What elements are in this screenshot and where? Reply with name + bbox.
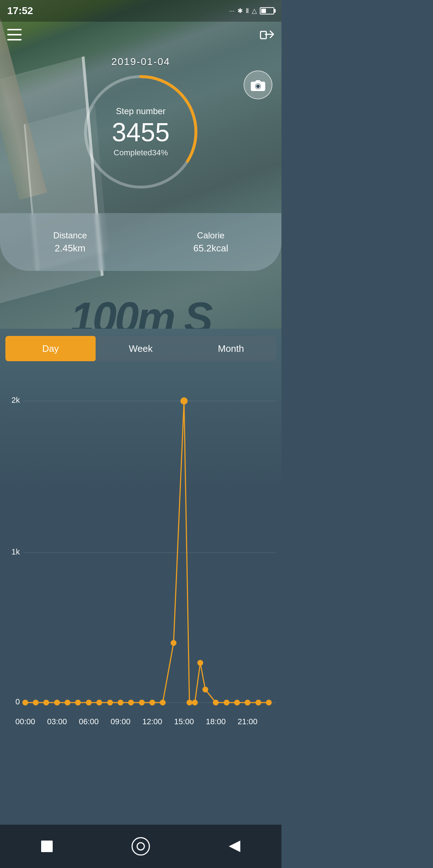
x-label-0900: 09:00 (110, 717, 130, 726)
camera-button[interactable] (244, 70, 272, 99)
battery-icon (260, 7, 274, 14)
dot-1330 (118, 700, 123, 705)
date-label: 2019-01-04 (111, 56, 170, 68)
dot-1500 (149, 700, 155, 705)
svg-rect-1 (7, 34, 22, 35)
dot-0000 (22, 700, 28, 705)
menu-button[interactable] (7, 29, 22, 43)
dot-1400 (128, 700, 134, 705)
status-icons: ··· ✱ Ⅱ △ (229, 7, 274, 15)
back-button[interactable] (222, 834, 247, 859)
step-label: Step number (112, 106, 170, 116)
calorie-stat: Calorie 65.2kcal (193, 230, 228, 254)
bluetooth-icon: ✱ (237, 7, 243, 15)
calorie-value: 65.2kcal (193, 243, 228, 254)
svg-point-13 (137, 843, 144, 850)
dot-1700 (202, 687, 208, 692)
x-label-0000: 00:00 (15, 717, 35, 726)
svg-rect-3 (261, 31, 266, 39)
dot-1800 (213, 700, 219, 705)
x-label-0300: 03:00 (47, 717, 67, 726)
home-button[interactable] (128, 834, 153, 859)
svg-marker-14 (229, 841, 240, 852)
dot-2300 (266, 700, 272, 705)
dot-0900 (86, 700, 92, 705)
bottom-section: Day Week Month 2k 1k 0 00:00 03:00 06:00… (0, 329, 281, 868)
svg-rect-11 (41, 841, 53, 852)
tab-month[interactable]: Month (186, 336, 276, 361)
dots-icon: ··· (229, 7, 235, 15)
svg-rect-0 (7, 29, 22, 30)
stop-button[interactable] (34, 834, 60, 859)
distance-label: Distance (53, 230, 87, 241)
dot-0600 (65, 700, 70, 705)
wifi-icon: △ (252, 7, 257, 15)
x-label-1800: 18:00 (206, 717, 226, 726)
x-label-2100: 21:00 (237, 717, 257, 726)
dot-1200 (107, 700, 113, 705)
dot-1600 (192, 700, 198, 705)
dot-post-peak (187, 700, 192, 705)
y-label-1k: 1k (12, 547, 20, 556)
nav-bar (0, 825, 281, 868)
dot-0730 (75, 700, 81, 705)
dot-2100 (245, 700, 250, 705)
dot-1900 (224, 700, 229, 705)
svg-point-12 (132, 838, 149, 855)
dot-peak (180, 397, 188, 405)
distance-value: 2.45km (53, 243, 87, 254)
tab-day[interactable]: Day (5, 336, 96, 361)
x-label-1500: 15:00 (174, 717, 194, 726)
dot-2200 (255, 700, 261, 705)
step-info: Step number 3455 Completed34% (112, 106, 170, 157)
step-circle: Step number 3455 Completed34% (79, 70, 202, 193)
dot-0130 (33, 700, 39, 705)
dot-1630 (197, 660, 203, 666)
toolbar (0, 22, 281, 51)
svg-rect-2 (7, 39, 22, 40)
y-label-2k: 2k (12, 396, 20, 405)
step-count: 3455 (112, 119, 170, 145)
step-completed: Completed34% (112, 148, 170, 157)
stats-panel: Distance 2.45km Calorie 65.2kcal (0, 213, 281, 271)
x-label-0600: 06:00 (79, 717, 99, 726)
dot-0300 (43, 700, 49, 705)
x-label-1200: 12:00 (142, 717, 162, 726)
tab-week[interactable]: Week (96, 336, 186, 361)
dot-1030 (96, 700, 102, 705)
dot-1530 (160, 700, 166, 705)
chart-area: 2k 1k 0 00:00 03:00 06:00 09:00 12:00 15… (4, 367, 278, 800)
status-bar: 17:52 ··· ✱ Ⅱ △ (0, 0, 281, 22)
chart-line (25, 401, 269, 703)
share-button[interactable] (260, 28, 274, 45)
status-time: 17:52 (7, 5, 33, 17)
tab-bar: Day Week Month (5, 336, 276, 361)
dot-0430 (54, 700, 60, 705)
signal-icon: Ⅱ (246, 7, 249, 15)
distance-stat: Distance 2.45km (53, 230, 87, 254)
dot-peak-pre (171, 640, 176, 646)
dot-2000 (234, 700, 240, 705)
dot-1430 (139, 700, 145, 705)
y-label-0: 0 (16, 697, 20, 706)
calorie-label: Calorie (193, 230, 228, 241)
